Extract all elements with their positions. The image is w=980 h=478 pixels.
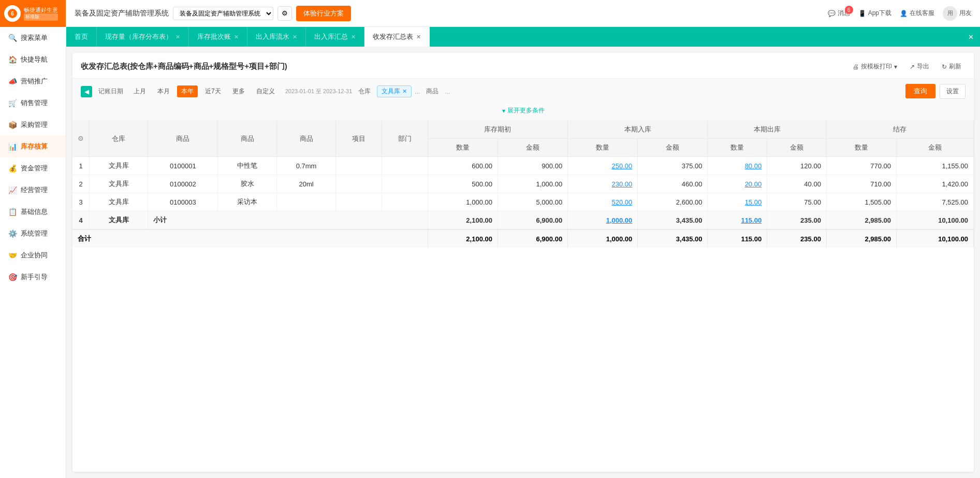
data-table: ⚙ 仓库 商品 商品 商品 项目 部门 库存期初 本期入库 本期出库 结存 [72,121,974,248]
date-7days-button[interactable]: 近7天 [201,85,225,97]
export-button[interactable]: ↗ 导出 [905,60,933,73]
warehouse-more-button[interactable]: ... [415,88,420,95]
system-name: 装备及固定资产辅助管理系统 [75,9,169,18]
tab-inout-flow[interactable]: 出入库流水 ✕ [247,27,306,47]
warehouse-tag-close[interactable]: ✕ [402,88,407,95]
cell-out-qty: 80.00 [708,157,767,175]
tab-stock-dist[interactable]: 现存量（库存分布表） ✕ [97,27,189,47]
total-open-qty: 2,100.00 [428,229,498,248]
th-bal-amt: 金额 [897,139,974,157]
header-right: 💬 消息 6 📱 App下载 👤 在线客服 用 用友 [828,6,972,21]
service-button[interactable]: 👤 在线客服 [900,9,934,18]
total-open-amt: 6,900.00 [498,229,567,248]
top-header: 装备及固定资产辅助管理系统 装备及固定资产辅助管理系统 ⚙ 体验行业方案 💬 消… [66,0,980,27]
date-custom-button[interactable]: 自定义 [252,85,279,97]
sidebar-menu: 🔍 搜索菜单 🏠 快捷导航 📣 营销推广 🛒 销售管理 📦 采购管理 📊 库存核… [0,27,66,478]
home-icon: 🏠 [8,55,17,64]
cell-in-qty: 250.00 [568,157,638,175]
date-this-month-button[interactable]: 本月 [153,85,174,97]
sidebar-item-purchase[interactable]: 📦 采购管理 [0,114,66,136]
in-qty-link[interactable]: 230.00 [612,180,633,188]
out-qty-link[interactable]: 80.00 [745,162,762,170]
out-qty-link[interactable]: 15.00 [745,198,762,206]
cell-bal-qty: 1,505.00 [826,193,896,211]
cell-no: 1 [72,157,90,175]
sidebar-item-quicknav[interactable]: 🏠 快捷导航 [0,49,66,70]
app-download-button[interactable]: 📱 App下载 [858,9,891,18]
date-filter-label: 记账日期 [98,87,123,96]
tab-close-icon[interactable]: ✕ [351,34,356,40]
cell-name: 胶水 [218,175,276,193]
tab-label: 收发存汇总表 [373,32,413,41]
message-button[interactable]: 💬 消息 6 [828,9,850,18]
tab-home[interactable]: 首页 [66,27,97,47]
cell-open-qty: 1,000.00 [428,193,498,211]
date-this-year-button[interactable]: 本年 [177,85,198,97]
subtotal-in-qty-link[interactable]: 1,000.00 [606,216,633,224]
tab-close-icon[interactable]: ✕ [234,34,239,40]
table-row: 1 文具库 0100001 中性笔 0.7mm 600.00 900.00 25… [72,157,974,175]
avatar: 用 [943,6,957,21]
cell-in-qty: 230.00 [568,175,638,193]
tab-inout-summary[interactable]: 出入库汇总 ✕ [306,27,364,47]
trial-button[interactable]: 体验行业方案 [296,6,351,21]
page-actions: 🖨 按模板打印 ▾ ↗ 导出 ↻ 刷新 [849,60,966,73]
cell-in-amt: 2,600.00 [638,193,708,211]
search-icon: 🔍 [8,34,17,42]
subtotal-bal-amt: 10,100.00 [897,211,974,230]
sidebar-item-system[interactable]: ⚙️ 系统管理 [0,223,66,244]
sidebar-item-label: 系统管理 [21,229,48,238]
sidebar-item-sales[interactable]: 🛒 销售管理 [0,92,66,114]
tab-label: 出入库流水 [256,32,289,41]
sidebar-item-label: 销售管理 [21,98,48,108]
business-icon: 📈 [8,186,17,194]
query-button[interactable]: 查询 [905,84,935,98]
total-label: 合计 [72,229,428,248]
print-button[interactable]: 🖨 按模板打印 ▾ [849,60,901,73]
date-last-month-button[interactable]: 上月 [129,85,150,97]
tab-close-icon[interactable]: ✕ [292,34,297,40]
sidebar-item-search[interactable]: 🔍 搜索菜单 [0,27,66,49]
sidebar-item-business[interactable]: 📈 经营管理 [0,179,66,201]
tab-batch[interactable]: 库存批次账 ✕ [189,27,247,47]
expand-conditions-button[interactable]: ▾ 展开更多条件 [502,106,545,115]
tab-bar-close-button[interactable]: ✕ [962,28,980,46]
subtotal-out-qty-link[interactable]: 115.00 [741,216,762,224]
tab-close-icon[interactable]: ✕ [175,34,180,40]
sidebar-item-finance[interactable]: 💰 资金管理 [0,157,66,179]
th-out-amt: 金额 [767,139,827,157]
expand-filter-row: ▾ 展开更多条件 [81,105,966,115]
sidebar-item-newbie[interactable]: 🎯 新手引导 [0,266,66,288]
table-row: 3 文具库 0100003 采访本 1,000.00 5,000.00 520.… [72,193,974,211]
sidebar-item-label: 新手引导 [21,272,48,282]
sidebar-item-inventory[interactable]: 📊 库存核算 [0,136,66,157]
th-warehouse: 仓库 [90,121,148,157]
filter-setting-button[interactable]: 设置 [940,84,966,99]
refresh-button[interactable]: ↻ 刷新 [938,60,966,73]
out-qty-link[interactable]: 20.00 [745,180,762,188]
sidebar-item-basic[interactable]: 📋 基础信息 [0,201,66,223]
settings-button[interactable]: ⚙ [277,6,292,21]
expand-icon: ▾ [502,107,505,114]
purchase-icon: 📦 [8,121,17,129]
sidebar-item-marketing[interactable]: 📣 营销推广 [0,70,66,92]
cell-in-amt: 460.00 [638,175,708,193]
sidebar-item-corp[interactable]: 🤝 企业协同 [0,244,66,266]
tab-recv-send[interactable]: 收发存汇总表 ✕ [364,27,430,47]
system-selector[interactable]: 装备及固定资产辅助管理系统 [173,7,273,20]
sidebar-item-label: 基础信息 [21,207,48,216]
th-opening: 库存期初 [428,121,567,139]
product-filter-label: 商品 [426,87,438,96]
date-more-button[interactable]: 更多 [228,85,249,97]
product-more-button[interactable]: ... [445,88,450,95]
in-qty-link[interactable]: 520.00 [612,198,633,206]
subtotal-in-amt: 3,435.00 [638,211,708,230]
printer-icon: 🖨 [853,63,859,70]
filter-collapse-button[interactable]: ◀ [81,86,92,97]
column-settings-icon[interactable]: ⚙ [78,135,84,142]
cell-bal-amt: 1,420.00 [897,175,974,193]
in-qty-link[interactable]: 250.00 [612,162,633,170]
tab-close-icon[interactable]: ✕ [416,34,421,40]
cell-open-amt: 5,000.00 [498,193,567,211]
user-button[interactable]: 用 用友 [943,6,972,21]
